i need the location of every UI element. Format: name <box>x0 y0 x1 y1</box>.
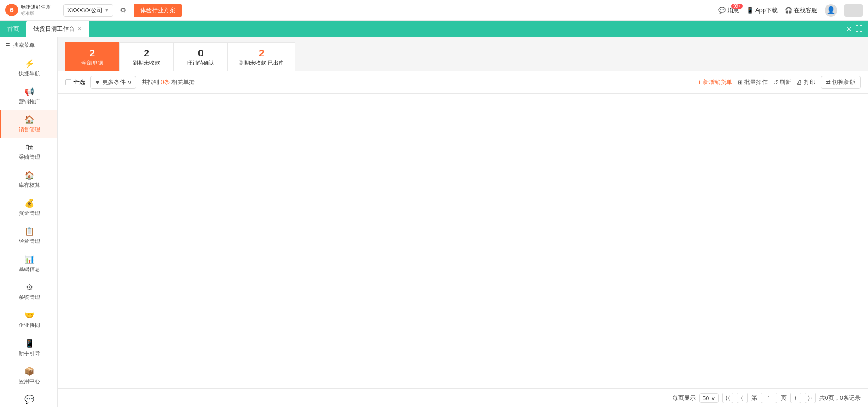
inventory-icon: 🏠 <box>24 170 34 180</box>
sidebar-item-basic-info[interactable]: 📊 基础信息 <box>0 250 57 278</box>
sidebar-item-sales[interactable]: 🏠 销售管理 <box>0 110 57 138</box>
sidebar-item-system[interactable]: ⚙ 系统管理 <box>0 278 57 306</box>
settings-button[interactable]: ⚙ <box>117 4 129 17</box>
stat-tab-all[interactable]: 2 全部单据 <box>65 42 119 71</box>
finance-label: 资金管理 <box>19 210 40 217</box>
message-icon: 💬 <box>718 7 726 14</box>
tab-home[interactable]: 首页 <box>0 21 26 37</box>
home-tab-label: 首页 <box>7 25 19 33</box>
basic-info-label: 基础信息 <box>19 266 40 273</box>
tab-work-bench[interactable]: 钱货日清工作台 ✕ <box>26 21 89 37</box>
page-label: 第 <box>751 394 757 402</box>
logo-icon: 6 <box>5 4 18 16</box>
sidebar-item-app-center[interactable]: 📦 应用中心 <box>0 362 57 390</box>
try-plan-button[interactable]: 体验行业方案 <box>134 4 182 17</box>
wechat-icon: 💬 <box>24 394 34 404</box>
inventory-label: 库存核算 <box>19 182 40 189</box>
batch-operation-button[interactable]: ⊞ 批量操作 <box>738 78 768 86</box>
stat-num-overdue: 2 <box>131 47 162 59</box>
sidebar-item-search-menu[interactable]: ☰ 搜索菜单 <box>0 37 57 54</box>
toolbar: 全选 ▼ 更多条件 ∨ 共找到 0条 相关单据 + 新增销货单 ⊞ 批量操作 ↺ <box>58 71 868 94</box>
main-layout: ☰ 搜索菜单 ⚡ 快捷导航 📢 营销推广 🏠 销售管理 🛍 采购管理 🏠 库存核… <box>0 37 868 407</box>
sidebar-item-guide[interactable]: 📱 新手引导 <box>0 334 57 362</box>
add-sale-order-button[interactable]: + 新增销货单 <box>698 78 732 86</box>
tab-expand-icon[interactable]: ⛶ <box>855 25 863 33</box>
app-download-button[interactable]: 📱 App下载 <box>746 6 778 14</box>
company-selector[interactable]: XXXXXX公司 ▼ <box>63 4 113 17</box>
workbench-tab-label: 钱货日清工作台 <box>33 25 75 33</box>
first-page-button[interactable]: ⟨⟨ <box>722 393 733 403</box>
message-button[interactable]: 💬 消息 99+ <box>718 6 739 14</box>
online-service-button[interactable]: 🎧 在线客服 <box>785 6 817 14</box>
pagination: 每页显示 50 ∨ ⟨⟨ ⟨ 第 页 ⟩ ⟩⟩ 共0页，0条记录 <box>58 388 868 407</box>
found-count: 0条 <box>161 79 170 85</box>
sidebar-item-marketing[interactable]: 📢 营销推广 <box>0 82 57 110</box>
filter-dropdown-icon: ∨ <box>127 79 132 86</box>
page-summary: 共0页，0条记录 <box>819 394 861 402</box>
lightning-icon: ⚡ <box>24 59 34 69</box>
last-page-button[interactable]: ⟩⟩ <box>805 393 816 403</box>
sidebar-item-inventory[interactable]: 🏠 库存核算 <box>0 166 57 194</box>
sidebar: ☰ 搜索菜单 ⚡ 快捷导航 📢 营销推广 🏠 销售管理 🛍 采购管理 🏠 库存核… <box>0 37 58 407</box>
sidebar-item-purchase[interactable]: 🛍 采购管理 <box>0 138 57 166</box>
collab-icon: 🤝 <box>24 310 34 320</box>
sidebar-item-operation[interactable]: 📋 经营管理 <box>0 222 57 250</box>
content-area: 2 全部单据 2 到期未收款 0 旺铺待确认 2 到期未收款 已出库 全选 <box>58 37 868 407</box>
toolbar-right: + 新增销货单 ⊞ 批量操作 ↺ 刷新 🖨 打印 ⇄ 切换新版 <box>698 76 861 89</box>
purchase-label: 采购管理 <box>19 154 40 161</box>
sidebar-item-finance[interactable]: 💰 资金管理 <box>0 194 57 222</box>
message-badge: 99+ <box>731 4 743 9</box>
stat-num-all: 2 <box>76 47 108 59</box>
filter-label: 更多条件 <box>102 78 126 86</box>
sidebar-item-corp-wechat[interactable]: 💬 企业微信 <box>0 390 57 407</box>
select-all-label: 全选 <box>73 78 85 86</box>
tab-close-action-icon[interactable]: ✕ <box>846 25 852 33</box>
stat-label-pending: 旺铺待确认 <box>187 60 214 66</box>
batch-icon: ⊞ <box>738 79 743 86</box>
current-page-input[interactable] <box>761 393 777 403</box>
print-icon: 🖨 <box>797 79 802 86</box>
avatar[interactable]: 👤 <box>825 4 837 17</box>
system-icon: ⚙ <box>26 282 33 292</box>
sales-icon: 🏠 <box>24 115 34 125</box>
next-page-button[interactable]: ⟩ <box>790 393 801 403</box>
sidebar-item-collab[interactable]: 🤝 企业协同 <box>0 306 57 334</box>
phone-icon: 📱 <box>746 7 754 14</box>
search-menu-icon: ☰ <box>5 42 10 49</box>
refresh-icon: ↺ <box>773 79 778 86</box>
logo-sub: 标准版 <box>21 10 51 17</box>
basic-info-icon: 📊 <box>24 254 34 264</box>
sales-label: 销售管理 <box>19 126 40 134</box>
logo-area: 6 畅捷通好生意 标准版 <box>5 4 63 16</box>
print-button[interactable]: 🖨 打印 <box>797 78 816 86</box>
stat-tab-overdue[interactable]: 2 到期未收款 <box>119 42 174 71</box>
dropdown-arrow-icon: ▼ <box>104 8 109 13</box>
finance-icon: 💰 <box>24 198 34 208</box>
filter-icon: ▼ <box>94 79 100 86</box>
sidebar-item-quick-nav[interactable]: ⚡ 快捷导航 <box>0 54 57 82</box>
guide-icon: 📱 <box>24 338 34 348</box>
switch-icon: ⇄ <box>826 79 831 86</box>
stat-tab-pending[interactable]: 0 旺铺待确认 <box>174 42 228 71</box>
page-size-select[interactable]: 50 ∨ <box>699 393 718 403</box>
switch-new-version-button[interactable]: ⇄ 切换新版 <box>821 76 861 89</box>
stat-label-all: 全部单据 <box>81 60 103 66</box>
stat-label-overdue: 到期未收款 <box>133 60 160 66</box>
guide-label: 新手引导 <box>19 350 40 357</box>
user-icon: 👤 <box>826 6 835 14</box>
quick-nav-label: 快捷导航 <box>19 70 40 78</box>
select-all-checkbox[interactable]: 全选 <box>65 78 85 86</box>
refresh-button[interactable]: ↺ 刷新 <box>773 78 791 86</box>
user-name-area[interactable] <box>844 4 863 17</box>
operation-icon: 📋 <box>24 226 34 236</box>
filter-button[interactable]: ▼ 更多条件 ∨ <box>90 76 136 89</box>
stat-num-shipped: 2 <box>239 47 284 59</box>
tab-bar: 首页 钱货日清工作台 ✕ ✕ ⛶ <box>0 21 868 37</box>
tab-close-icon[interactable]: ✕ <box>77 26 82 32</box>
headset-icon: 🎧 <box>785 7 792 14</box>
operation-label: 经营管理 <box>19 238 40 245</box>
prev-page-button[interactable]: ⟨ <box>737 393 748 403</box>
stat-tab-shipped[interactable]: 2 到期未收款 已出库 <box>228 42 295 71</box>
tab-bar-actions: ✕ ⛶ <box>846 25 868 33</box>
marketing-label: 营销推广 <box>19 98 40 106</box>
